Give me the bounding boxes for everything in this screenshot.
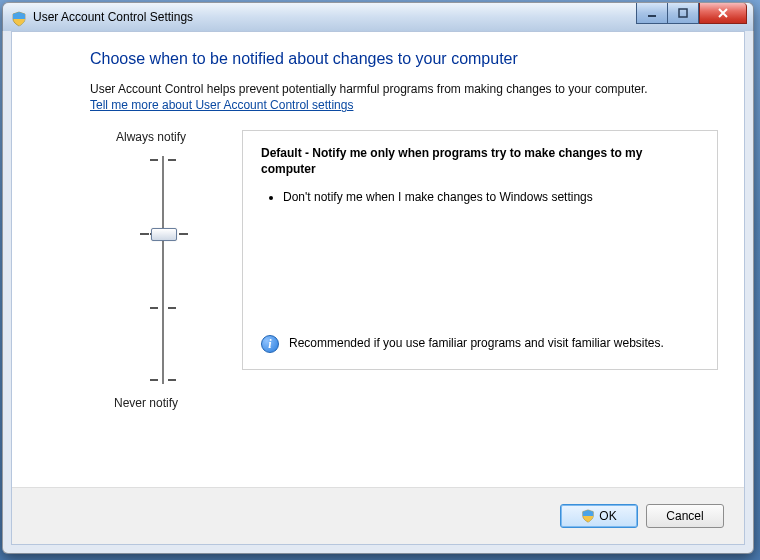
page-heading: Choose when to be notified about changes… [90,50,718,68]
maximize-button[interactable] [667,3,699,24]
minimize-button[interactable] [636,3,667,24]
cancel-button-label: Cancel [666,509,703,523]
info-icon: i [261,335,279,353]
level-title: Default - Notify me only when programs t… [261,145,699,177]
recommendation-text: Recommended if you use familiar programs… [289,335,664,351]
window-controls [636,3,747,23]
uac-shield-icon [11,9,27,25]
maximize-icon [678,8,688,18]
footer: OK Cancel [12,487,744,544]
level-bullet: Don't notify me when I make changes to W… [283,189,699,205]
slider-thumb[interactable] [151,228,177,241]
page-description: User Account Control helps prevent poten… [90,82,718,96]
body-row: Always notify Never notify Default - Not… [90,130,718,410]
svg-rect-0 [648,15,656,17]
ok-button[interactable]: OK [560,504,638,528]
window-title: User Account Control Settings [33,3,193,31]
level-description-box: Default - Notify me only when programs t… [242,130,718,370]
slider-top-label: Always notify [116,130,240,144]
close-icon [717,8,729,18]
cancel-button[interactable]: Cancel [646,504,724,528]
slider-column: Always notify Never notify [90,130,240,410]
slider-rail [162,156,164,384]
svg-rect-1 [679,9,687,17]
close-button[interactable] [699,3,747,24]
level-bullets: Don't notify me when I make changes to W… [261,189,699,205]
uac-level-slider[interactable] [128,150,198,390]
uac-settings-window: User Account Control Settings Choose whe… [2,2,754,554]
titlebar[interactable]: User Account Control Settings [3,3,753,31]
help-link[interactable]: Tell me more about User Account Control … [90,98,353,112]
recommendation: i Recommended if you use familiar progra… [261,335,699,353]
content: Choose when to be notified about changes… [12,32,744,484]
client-area: Choose when to be notified about changes… [11,31,745,545]
minimize-icon [647,8,657,18]
ok-button-label: OK [599,509,616,523]
uac-shield-icon [581,509,595,523]
slider-bottom-label: Never notify [114,396,240,410]
